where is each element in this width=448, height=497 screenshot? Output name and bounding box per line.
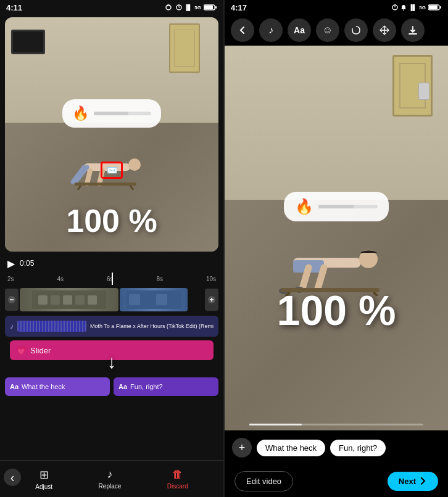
timeline-controls: ▶ 0:05 (0, 254, 223, 273)
add-element-button[interactable]: + (232, 438, 252, 458)
status-time-right: 4:17 (231, 3, 247, 12)
aa-icon-2: Aa (118, 383, 127, 390)
music-button[interactable]: ♪ (259, 18, 283, 42)
right-video-area: 🔥 100 % (225, 46, 448, 430)
lasso-button[interactable] (344, 18, 368, 42)
svg-rect-26 (143, 294, 154, 305)
5g-icon-right: 5G (419, 5, 426, 10)
clip-add-start[interactable] (5, 289, 19, 311)
text-elements-row: Aa What the heck Aa Fun, right? (5, 376, 218, 397)
svg-line-10 (87, 171, 90, 184)
timeline-section: 💗 Slider ↓ (5, 339, 218, 361)
svg-line-14 (78, 186, 81, 190)
bottom-nav-bar: Edit video Next (225, 465, 448, 497)
replace-label: Replace (99, 483, 122, 490)
slider-widget-right: 🔥 (284, 192, 389, 221)
nav-back-left[interactable]: ‹ (4, 469, 21, 486)
slider-track-label: Slider (30, 346, 51, 355)
alarm-icon-right (392, 4, 398, 10)
play-button[interactable]: ▶ (7, 258, 15, 269)
svg-rect-34 (403, 10, 404, 11)
text-element-what-heck[interactable]: Aa What the heck (5, 377, 110, 396)
svg-rect-25 (129, 294, 140, 305)
audio-track[interactable]: ♪ Moth To a Flame x After Hours (TikTok … (5, 316, 218, 337)
time-display: 0:05 (20, 259, 34, 268)
tv-element (11, 30, 45, 54)
svg-rect-13 (75, 183, 136, 186)
alarm-icon (176, 4, 182, 10)
sync-icon (164, 4, 173, 10)
video-clip-row (5, 286, 218, 313)
status-time-left: 4:11 (6, 3, 22, 12)
svg-rect-21 (63, 295, 72, 305)
clip-end-btn[interactable] (205, 289, 218, 311)
left-panel: 4:11 ▐▌ 5G (0, 0, 223, 497)
ruler-2s: 2s (7, 276, 14, 282)
video-progress-bar (249, 424, 423, 425)
door-element (169, 23, 200, 73)
sticker-icon-small: ✉️ (107, 165, 117, 175)
battery-icon-right (428, 4, 442, 10)
signal-icon: ▐▌ (185, 4, 193, 10)
video-clip-1[interactable] (20, 288, 118, 311)
svg-rect-6 (215, 6, 217, 9)
svg-rect-20 (51, 295, 60, 305)
text-element-fun-right[interactable]: Aa Fun, right? (114, 377, 218, 396)
what-heck-chip[interactable]: What the heck (257, 440, 325, 456)
slider-emoji-right: 🔥 (295, 198, 313, 215)
text-button[interactable]: Aa (288, 18, 311, 42)
red-highlight-box: ✉️ (101, 162, 123, 179)
move-icon (379, 25, 390, 36)
timeline-arrow-down: ↓ (107, 351, 117, 372)
discard-tool[interactable]: 🗑 Discard (167, 468, 188, 490)
light-switch (418, 83, 429, 100)
download-button[interactable] (401, 18, 425, 42)
replace-tool[interactable]: ♪ Replace (99, 468, 122, 490)
5g-icon-left: 5G (194, 5, 201, 10)
back-button[interactable] (231, 18, 254, 42)
slider-bar-left (94, 112, 151, 115)
video-clip-2[interactable] (120, 288, 188, 311)
svg-rect-36 (429, 6, 438, 9)
chevron-right-icon (418, 477, 427, 485)
notif-icon-right (400, 4, 407, 10)
clip-tracks: ♪ Moth To a Flame x After Hours (TikTok … (0, 285, 223, 398)
svg-rect-22 (75, 295, 85, 305)
slider-bar-right (318, 205, 378, 208)
adjust-label: Adjust (35, 483, 52, 490)
svg-rect-23 (88, 295, 97, 305)
svg-rect-19 (38, 295, 48, 305)
ruler-10s: 10s (206, 276, 216, 282)
status-icons-left: ▐▌ 5G (164, 4, 217, 10)
text-aa-icon: Aa (294, 25, 305, 35)
music-note-icon: ♪ (10, 322, 14, 331)
next-button[interactable]: Next (388, 472, 438, 491)
lasso-icon (351, 25, 362, 36)
fun-right-chip[interactable]: Fun, right? (330, 440, 386, 456)
move-button[interactable] (373, 18, 396, 42)
adjust-tool[interactable]: ⊞ Adjust (35, 468, 52, 490)
clip-thumbnail-2 (126, 290, 181, 309)
video-clips-container (20, 288, 204, 311)
svg-rect-5 (204, 6, 213, 9)
status-icons-right: ▐▌ 5G (392, 4, 442, 10)
text-label-2: Fun, right? (130, 383, 163, 390)
status-bar-right: 4:17 ▐▌ 5G (225, 0, 448, 15)
smiley-icon: ☺ (323, 25, 333, 36)
right-panel: 4:17 ▐▌ 5G ♪ Aa ☺ (225, 0, 448, 497)
edit-video-button[interactable]: Edit video (234, 471, 293, 491)
video-progress-fill (249, 424, 302, 425)
audio-title: Moth To a Flame x After Hours (TikTok Ed… (90, 323, 214, 329)
discard-label: Discard (167, 483, 188, 490)
signal-icon-right: ▐▌ (409, 4, 417, 10)
aa-icon-1: Aa (10, 383, 19, 390)
svg-point-8 (128, 158, 141, 171)
status-bar-left: 4:11 ▐▌ 5G (0, 0, 223, 15)
adjust-icon: ⊞ (39, 468, 49, 482)
audio-waveform (17, 321, 86, 332)
sticker-button[interactable]: ☺ (316, 18, 339, 42)
slider-track-icon: 💗 (16, 345, 27, 355)
clip-thumbnail-1 (32, 290, 106, 309)
svg-point-0 (166, 5, 171, 10)
slider-fill-left (94, 112, 128, 115)
